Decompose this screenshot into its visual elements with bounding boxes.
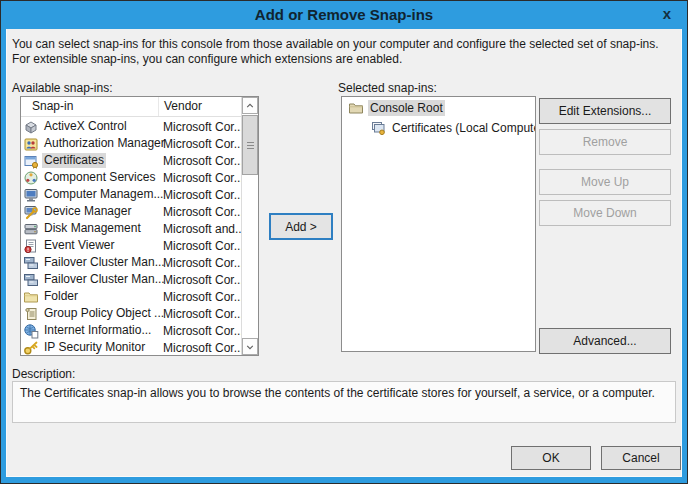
edit-extensions-button[interactable]: Edit Extensions... — [539, 98, 671, 124]
snapin-row[interactable]: Disk ManagementMicrosoft and... — [21, 220, 241, 237]
snapin-vendor: Microsoft Cor... — [163, 205, 244, 219]
close-icon[interactable]: x — [663, 3, 671, 25]
snapin-name: Internet Informatio... — [42, 323, 153, 338]
snapin-name: Disk Management — [42, 221, 143, 236]
snapin-vendor: Microsoft Cor... — [163, 239, 244, 253]
snapin-vendor: Microsoft Cor... — [163, 273, 244, 287]
snapin-vendor: Microsoft Cor... — [163, 324, 244, 338]
snapin-row[interactable]: CertificatesMicrosoft Cor... — [21, 152, 241, 169]
move-down-button[interactable]: Move Down — [539, 200, 671, 226]
description-label: Description: — [12, 367, 75, 381]
certificate-local-icon — [370, 120, 386, 136]
available-snapins-label: Available snap-ins: — [12, 81, 113, 95]
column-header-vendor[interactable]: Vendor — [158, 97, 202, 116]
ip-security-icon — [23, 340, 39, 356]
move-up-button[interactable]: Move Up — [539, 169, 671, 195]
scrollbar[interactable] — [241, 97, 258, 355]
intro-text: You can select snap-ins for this console… — [12, 37, 676, 67]
column-header-snapin[interactable]: Snap-in — [32, 99, 73, 113]
snapin-vendor: Microsoft Cor... — [163, 137, 244, 151]
snapin-name: ActiveX Control — [42, 119, 129, 134]
list-header: Snap-in Vendor — [21, 97, 241, 117]
snapin-vendor: Microsoft Cor... — [163, 290, 244, 304]
snapin-row[interactable]: Computer Managem...Microsoft Cor... — [21, 186, 241, 203]
snapin-row[interactable]: Failover Cluster Man...Microsoft Cor... — [21, 254, 241, 271]
titlebar[interactable]: Add or Remove Snap-ins x — [1, 1, 687, 28]
tree-item-label: Console Root — [368, 100, 445, 116]
tree-item-label: Certificates (Local Computer) — [390, 120, 536, 136]
snapin-vendor: Microsoft Cor... — [163, 120, 244, 134]
selected-snapins-label: Selected snap-ins: — [338, 81, 437, 95]
snapin-row[interactable]: Internet Informatio...Microsoft Cor... — [21, 322, 241, 339]
computer-management-icon — [23, 187, 39, 203]
tree-item[interactable]: Console Root — [342, 99, 535, 117]
advanced-button[interactable]: Advanced... — [539, 328, 671, 354]
remove-button[interactable]: Remove — [539, 129, 671, 155]
snapin-row[interactable]: Device ManagerMicrosoft Cor... — [21, 203, 241, 220]
failover-cluster-icon — [23, 272, 39, 288]
snapin-row[interactable]: Component ServicesMicrosoft Cor... — [21, 169, 241, 186]
tree-item[interactable]: Certificates (Local Computer) — [342, 119, 535, 137]
dialog-title: Add or Remove Snap-ins — [255, 6, 433, 23]
iis-icon — [23, 323, 39, 339]
dialog-body: You can select snap-ins for this console… — [6, 29, 682, 477]
snapin-name: Failover Cluster Man... — [42, 272, 167, 287]
snapin-row[interactable]: Group Policy Object ...Microsoft Cor... — [21, 305, 241, 322]
snapin-name: Authorization Manager — [42, 136, 167, 151]
snapin-row[interactable]: IP Security MonitorMicrosoft Cor... — [21, 339, 241, 356]
snapin-name: IP Security Monitor — [42, 340, 147, 355]
activex-icon — [23, 119, 39, 135]
description-text: The Certificates snap-in allows you to b… — [12, 381, 676, 423]
snapin-vendor: Microsoft Cor... — [163, 341, 244, 355]
add-remove-snapins-dialog: Add or Remove Snap-ins x You can select … — [0, 0, 688, 484]
snapin-name: Computer Managem... — [42, 187, 165, 202]
group-policy-icon — [23, 306, 39, 322]
snapin-name: Group Policy Object ... — [42, 306, 166, 321]
ok-button[interactable]: OK — [511, 446, 591, 470]
snapin-vendor: Microsoft Cor... — [163, 154, 244, 168]
snapin-vendor: Microsoft and... — [163, 222, 245, 236]
authorization-icon — [23, 136, 39, 152]
snapin-row[interactable]: ActiveX ControlMicrosoft Cor... — [21, 118, 241, 135]
device-manager-icon — [23, 204, 39, 220]
snapin-name: Failover Cluster Man... — [42, 255, 167, 270]
component-services-icon — [23, 170, 39, 186]
certificates-icon — [23, 153, 39, 169]
snapin-name: Device Manager — [42, 204, 133, 219]
cancel-button[interactable]: Cancel — [601, 446, 681, 470]
snapin-vendor: Microsoft Cor... — [163, 188, 244, 202]
available-snapins-list: Snap-in Vendor ActiveX ControlMicrosoft … — [20, 96, 259, 356]
snapin-vendor: Microsoft Cor... — [163, 307, 244, 321]
snapin-row[interactable]: Authorization ManagerMicrosoft Cor... — [21, 135, 241, 152]
scrollbar-thumb[interactable] — [242, 115, 258, 175]
selected-snapins-panel: Console RootCertificates (Local Computer… — [341, 96, 536, 352]
snapin-name: Folder — [42, 289, 80, 304]
snapin-vendor: Microsoft Cor... — [163, 256, 244, 270]
snapin-name: Component Services — [42, 170, 157, 185]
snapin-name: Certificates — [42, 153, 106, 168]
event-viewer-icon — [23, 238, 39, 254]
console-folder-icon — [348, 100, 364, 116]
snapin-vendor: Microsoft Cor... — [163, 171, 244, 185]
folder-icon — [23, 289, 39, 305]
add-button[interactable]: Add > — [269, 213, 333, 240]
disk-management-icon — [23, 221, 39, 237]
scroll-down-icon[interactable] — [242, 338, 258, 355]
scroll-up-icon[interactable] — [242, 97, 258, 114]
snapin-row[interactable]: FolderMicrosoft Cor... — [21, 288, 241, 305]
failover-cluster-icon — [23, 255, 39, 271]
snapin-row[interactable]: Failover Cluster Man...Microsoft Cor... — [21, 271, 241, 288]
snapin-row[interactable]: Event ViewerMicrosoft Cor... — [21, 237, 241, 254]
snapin-name: Event Viewer — [42, 238, 116, 253]
